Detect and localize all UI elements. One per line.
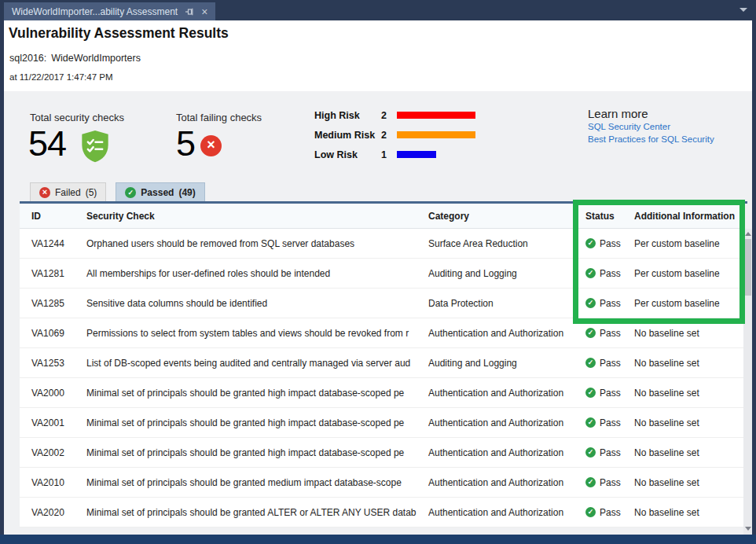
row-id: VA2020 (31, 507, 86, 518)
pass-icon: ✓ (585, 328, 596, 338)
row-status: ✓Pass (579, 328, 634, 339)
row-security-check: Orphaned users should be removed from SQ… (86, 238, 428, 249)
status-text: Pass (600, 477, 621, 488)
window-bottom-edge (0, 535, 756, 544)
row-category: Authentication and Authorization (428, 477, 579, 488)
row-additional-info: No baseline set (634, 388, 743, 399)
row-id: VA1281 (31, 268, 86, 279)
row-status: ✓Pass (579, 447, 634, 458)
row-id: VA2002 (31, 447, 86, 458)
tab-failed[interactable]: × Failed (5) (30, 182, 106, 201)
row-category: Authentication and Authorization (428, 447, 579, 458)
row-additional-info: No baseline set (634, 328, 743, 339)
row-security-check: Minimal set of principals should be gran… (86, 388, 428, 399)
row-security-check: Permissions to select from system tables… (86, 328, 428, 339)
risk-bar (397, 151, 436, 158)
learn-more-title: Learn more (588, 107, 714, 120)
status-text: Pass (600, 358, 621, 369)
tab-passed[interactable]: ✓ Passed (49) (116, 182, 204, 201)
row-status: ✓Pass (579, 417, 634, 428)
document-tab-strip: WideWorldImporter...ability Assessment × (0, 0, 756, 20)
status-text: Pass (600, 417, 621, 428)
risk-row: High Risk2 (314, 110, 475, 120)
status-text: Pass (600, 388, 621, 399)
row-additional-info: No baseline set (634, 447, 743, 458)
risk-row: Low Risk1 (314, 149, 475, 160)
pass-icon: ✓ (585, 417, 596, 428)
row-additional-info: No baseline set (634, 417, 743, 428)
column-header-id[interactable]: ID (31, 211, 86, 222)
row-category: Authentication and Authorization (428, 328, 579, 339)
shield-check-icon (79, 129, 111, 167)
app-window: WideWorldImporter...ability Assessment ×… (0, 0, 756, 544)
scrollbar-thumb[interactable] (744, 239, 751, 296)
table-row[interactable]: VA2000Minimal set of principals should b… (20, 378, 743, 408)
table-row[interactable]: VA2010Minimal set of principals should b… (20, 468, 743, 498)
annotation-highlight (573, 200, 745, 324)
row-category: Surface Area Reduction (428, 238, 579, 249)
chevron-down-icon[interactable] (739, 8, 747, 12)
risk-label: Medium Risk (314, 130, 381, 141)
row-id: VA2010 (31, 477, 86, 488)
link-best-practices[interactable]: Best Practices for SQL Security (588, 134, 714, 145)
pass-icon: ✓ (585, 507, 596, 517)
status-text: Pass (600, 447, 621, 458)
risk-count: 2 (381, 110, 397, 121)
link-sql-security-center[interactable]: SQL Security Center (588, 121, 714, 133)
risk-bar (397, 112, 475, 119)
row-id: VA1253 (31, 358, 86, 369)
row-security-check: All memberships for user-defined roles s… (86, 268, 428, 279)
row-status: ✓Pass (579, 477, 634, 488)
row-status: ✓Pass (579, 507, 634, 518)
pass-icon: ✓ (585, 358, 596, 368)
row-category: Auditing and Logging (428, 358, 579, 369)
row-id: VA1244 (31, 238, 86, 249)
row-category: Auditing and Logging (428, 268, 579, 279)
row-id: VA2001 (31, 417, 86, 428)
document-tab[interactable]: WideWorldImporter...ability Assessment × (4, 2, 215, 20)
table-row[interactable]: VA1253List of DB-scoped events being aud… (20, 348, 743, 378)
status-text: Pass (600, 507, 621, 518)
table-row[interactable]: VA2020Minimal set of principals should b… (20, 498, 743, 527)
document-tab-title: WideWorldImporter...ability Assessment (12, 6, 178, 17)
row-security-check: List of DB-scoped events being audited a… (86, 358, 428, 369)
row-status: ✓Pass (579, 388, 634, 399)
server-database-line: sql2016:WideWorldImporters (9, 53, 141, 64)
row-additional-info: No baseline set (634, 507, 743, 518)
row-security-check: Sensitive data columns should be identif… (86, 298, 428, 309)
risk-legend: High Risk2Medium Risk2Low Risk1 (314, 110, 475, 169)
scroll-up-icon[interactable] (745, 232, 751, 236)
risk-bar (397, 131, 475, 138)
tab-passed-label: Passed (141, 187, 174, 198)
risk-row: Medium Risk2 (314, 130, 475, 140)
header-block: Vulnerability Assessment Results sql2016… (4, 20, 752, 91)
column-header-category[interactable]: Category (428, 211, 579, 222)
table-row[interactable]: VA2002Minimal set of principals should b… (20, 438, 743, 468)
learn-more-section: Learn more SQL Security Center Best Prac… (588, 107, 714, 145)
pass-icon: ✓ (585, 447, 596, 458)
tab-failed-count: (5) (86, 187, 97, 198)
row-security-check: Minimal set of principals should be gran… (86, 477, 428, 488)
row-id: VA1285 (31, 298, 86, 309)
tab-failed-label: Failed (55, 187, 81, 198)
column-header-check[interactable]: Security Check (86, 211, 428, 222)
pass-icon: ✓ (585, 477, 596, 487)
row-category: Authentication and Authorization (428, 417, 579, 428)
close-icon[interactable]: × (201, 7, 207, 17)
tab-passed-count: (49) (178, 187, 195, 198)
risk-count: 1 (381, 149, 397, 160)
database-name: WideWorldImporters (51, 53, 141, 64)
pass-icon: ✓ (585, 388, 596, 398)
pin-icon[interactable] (185, 7, 194, 17)
failing-checks-label: Total failing checks (176, 112, 262, 123)
table-row[interactable]: VA2001Minimal set of principals should b… (20, 408, 743, 438)
row-status: ✓Pass (579, 358, 634, 369)
row-category: Authentication and Authorization (428, 388, 579, 399)
scroll-down-icon[interactable] (745, 527, 751, 531)
row-additional-info: No baseline set (634, 477, 743, 488)
result-tabbar: × Failed (5) ✓ Passed (49) (30, 182, 205, 201)
fail-circle-icon: × (39, 187, 50, 198)
row-security-check: Minimal set of principals should be gran… (86, 507, 428, 518)
row-additional-info: No baseline set (634, 358, 743, 369)
status-text: Pass (600, 328, 621, 339)
